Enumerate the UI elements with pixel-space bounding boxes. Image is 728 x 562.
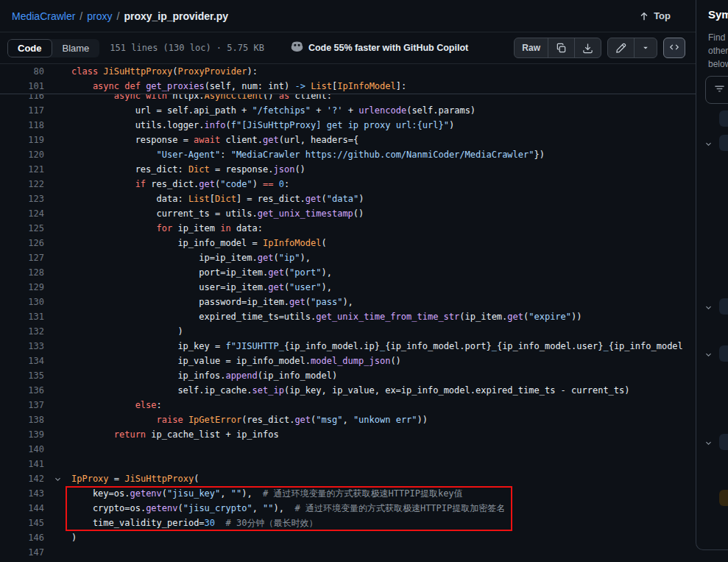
symbol-pill[interactable] xyxy=(719,345,728,362)
back-to-top-label: Top xyxy=(654,10,671,21)
line-number[interactable]: 80 xyxy=(0,64,44,79)
code-line: 145time_validity_period=30 # 30分钟（最长时效） xyxy=(0,516,696,530)
copilot-banner-text: Code 55% faster with GitHub Copilot xyxy=(308,43,468,53)
copilot-banner[interactable]: Code 55% faster with GitHub Copilot xyxy=(291,41,468,55)
line-number[interactable]: 136 xyxy=(0,383,44,398)
line-number[interactable]: 123 xyxy=(0,192,44,206)
line-number[interactable]: 146 xyxy=(0,530,44,545)
code-text: port=ip_item.get("port"), xyxy=(71,265,696,280)
symbol-item xyxy=(696,434,728,452)
line-number[interactable]: 130 xyxy=(0,295,44,309)
line-number[interactable]: 135 xyxy=(0,368,44,383)
line-number[interactable]: 126 xyxy=(0,236,44,250)
symbol-pill[interactable] xyxy=(719,110,728,127)
code-line: 128port=ip_item.get("port"), xyxy=(0,265,696,280)
code-line: 137else: xyxy=(0,398,696,412)
code-text: key=os.getenv("jisu_key", ""), # 通过环境变量的… xyxy=(71,486,696,501)
code-line: 80class JiSuHttpProxy(ProxyProvider): xyxy=(0,64,696,79)
line-number[interactable]: 101 xyxy=(0,79,44,94)
symbol-pill[interactable] xyxy=(719,490,728,506)
fold-spacer xyxy=(44,236,71,250)
fold-spacer xyxy=(44,118,71,133)
line-number[interactable]: 140 xyxy=(0,442,44,457)
filter-icon xyxy=(714,83,725,96)
symbol-item xyxy=(696,298,728,316)
line-number[interactable]: 142 xyxy=(0,471,44,486)
breadcrumb-folder-link[interactable]: proxy xyxy=(87,10,112,22)
symbol-pill[interactable] xyxy=(719,135,728,151)
symbol-item xyxy=(696,135,728,152)
fold-spacer xyxy=(44,339,71,354)
code-line: 130password=ip_item.get("pass"), xyxy=(0,295,696,309)
line-number[interactable]: 124 xyxy=(0,206,44,221)
line-number[interactable]: 131 xyxy=(0,309,44,324)
chevron-down-icon[interactable] xyxy=(704,348,713,362)
line-number[interactable]: 127 xyxy=(0,250,44,265)
edit-group xyxy=(607,38,657,58)
line-number[interactable]: 129 xyxy=(0,280,44,295)
line-number[interactable]: 125 xyxy=(0,221,44,236)
line-number[interactable]: 120 xyxy=(0,147,44,162)
tab-blame[interactable]: Blame xyxy=(52,39,100,57)
symbols-filter-button[interactable] xyxy=(705,76,728,104)
chevron-down-icon[interactable] xyxy=(704,138,713,151)
line-number[interactable]: 128 xyxy=(0,265,44,280)
line-number[interactable]: 119 xyxy=(0,133,44,147)
fold-spacer xyxy=(44,324,71,339)
fold-spacer xyxy=(44,295,71,309)
code-text: ip_info_model = IpInfoModel( xyxy=(71,236,696,250)
code-line: 101async def get_proxies(self, num: int)… xyxy=(0,79,696,94)
fold-spacer xyxy=(44,442,71,457)
tab-code[interactable]: Code xyxy=(7,39,52,57)
line-number[interactable]: 122 xyxy=(0,177,44,192)
line-number[interactable]: 134 xyxy=(0,354,44,368)
fold-spacer xyxy=(44,457,71,471)
code-line: 141 xyxy=(0,457,696,471)
copy-icon[interactable] xyxy=(548,38,574,57)
code-text: ) xyxy=(71,530,696,545)
fold-spacer xyxy=(44,486,71,501)
fold-spacer xyxy=(44,280,71,295)
line-number[interactable]: 116 xyxy=(0,94,44,103)
chevron-down-icon[interactable] xyxy=(704,301,713,315)
line-number[interactable]: 144 xyxy=(0,501,44,516)
symbol-pill[interactable] xyxy=(719,434,728,450)
line-number[interactable]: 138 xyxy=(0,412,44,427)
code-text: response = await client.get(url, headers… xyxy=(71,133,696,147)
back-to-top-link[interactable]: Top xyxy=(639,10,684,21)
line-number[interactable]: 133 xyxy=(0,339,44,354)
code-text: else: xyxy=(71,398,696,412)
fold-chevron-icon[interactable] xyxy=(44,471,71,486)
line-number[interactable]: 147 xyxy=(0,545,44,560)
code-line: 139return ip_cache_list + ip_infos xyxy=(0,427,696,442)
download-icon[interactable] xyxy=(574,38,601,57)
symbols-description: Find other below xyxy=(708,31,728,71)
line-number[interactable]: 132 xyxy=(0,324,44,339)
symbol-pill[interactable] xyxy=(719,298,728,315)
line-number[interactable]: 139 xyxy=(0,427,44,442)
clipped-line: 116async with httpx.AsyncClient() as cli… xyxy=(0,94,696,103)
code-line: 140 xyxy=(0,442,696,457)
breadcrumb-repo-link[interactable]: MediaCrawler xyxy=(12,10,75,22)
line-number[interactable]: 145 xyxy=(0,516,44,530)
code-text: ) xyxy=(71,324,696,339)
code-line: 132) xyxy=(0,324,696,339)
line-number[interactable]: 121 xyxy=(0,162,44,177)
edit-dropdown-chevron-icon[interactable] xyxy=(634,38,657,57)
edit-pencil-icon[interactable] xyxy=(608,38,634,57)
symbols-pane-toggle[interactable] xyxy=(663,38,685,58)
code-text: async with httpx.AsyncClient() as client… xyxy=(71,94,696,103)
line-number[interactable]: 143 xyxy=(0,486,44,501)
line-number[interactable]: 118 xyxy=(0,118,44,133)
up-arrow-icon xyxy=(639,11,649,21)
symbols-description-line: other xyxy=(708,44,728,57)
code-line: 146) xyxy=(0,530,696,545)
code-text: url = self.api_path + "/fetchips" + '?' … xyxy=(71,103,696,118)
line-number[interactable]: 137 xyxy=(0,398,44,412)
line-number[interactable]: 117 xyxy=(0,103,44,118)
raw-button[interactable]: Raw xyxy=(515,38,548,57)
line-number[interactable]: 141 xyxy=(0,457,44,471)
chevron-down-icon[interactable] xyxy=(704,437,713,450)
code-line: 125for ip_item in data: xyxy=(0,221,696,236)
fold-spacer xyxy=(44,309,71,324)
